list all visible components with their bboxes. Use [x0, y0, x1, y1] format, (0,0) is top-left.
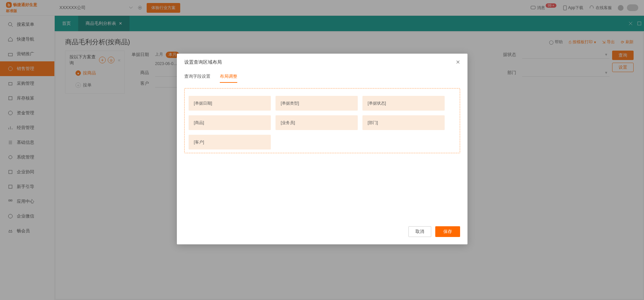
modal-tabs: 查询字段设置 布局调整 — [177, 71, 467, 83]
modal-overlay: 设置查询区域布局 ✕ 查询字段设置 布局调整 [单据日期] [单据类型] [单据… — [0, 0, 644, 300]
layout-chip[interactable]: [部门] — [362, 115, 445, 130]
save-button[interactable]: 保存 — [435, 226, 460, 237]
modal-tab-fields[interactable]: 查询字段设置 — [184, 71, 210, 83]
close-icon[interactable]: ✕ — [456, 59, 460, 65]
cancel-button[interactable]: 取消 — [408, 226, 431, 237]
layout-chip[interactable]: [单据状态] — [362, 96, 445, 111]
layout-chip[interactable]: [单据日期] — [189, 96, 271, 111]
layout-chip[interactable]: [单据类型] — [276, 96, 358, 111]
modal-title: 设置查询区域布局 — [184, 59, 222, 65]
layout-chip[interactable]: [客户] — [189, 135, 271, 149]
modal-tab-layout[interactable]: 布局调整 — [220, 71, 237, 83]
layout-chip[interactable]: [商品] — [189, 115, 271, 130]
layout-dropzone[interactable]: [单据日期] [单据类型] [单据状态] [商品] [业务员] [部门] [客户… — [184, 88, 460, 153]
layout-chip[interactable]: [业务员] — [276, 115, 358, 130]
layout-modal: 设置查询区域布局 ✕ 查询字段设置 布局调整 [单据日期] [单据类型] [单据… — [177, 54, 467, 244]
